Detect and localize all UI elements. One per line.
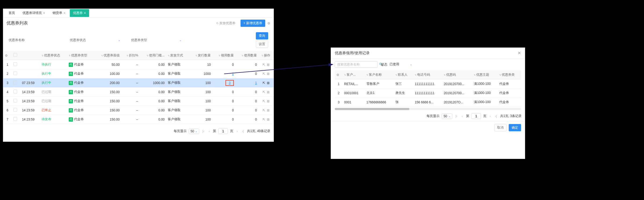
table-row[interactable]: 714 23:59待发布代代金券150.00--0.00客户领取10000⇱⊞ bbox=[3, 115, 274, 124]
share-icon[interactable]: ⇱ bbox=[263, 72, 265, 76]
settings-icon[interactable]: ⚙ bbox=[267, 21, 270, 25]
column-header[interactable]: ⇅联系人 bbox=[394, 70, 413, 79]
sort-icon[interactable]: ⇅ bbox=[261, 54, 263, 57]
column-header[interactable]: ⇅发行数量 bbox=[189, 51, 212, 60]
share-icon[interactable]: ⇱ bbox=[263, 63, 265, 67]
status-select[interactable]: 已使用 ⌄ bbox=[390, 62, 412, 67]
sort-icon[interactable]: ⇅ bbox=[195, 54, 197, 57]
last-page-button[interactable]: ›| bbox=[494, 114, 498, 119]
next-page-button[interactable]: › bbox=[489, 114, 492, 119]
column-header[interactable]: ⇅优惠主题 bbox=[472, 70, 498, 79]
sort-icon[interactable]: ⇅ bbox=[219, 54, 220, 57]
column-header[interactable]: ⚙ bbox=[3, 51, 12, 60]
close-icon[interactable]: ✕ bbox=[43, 12, 45, 14]
column-header[interactable] bbox=[12, 51, 20, 60]
column-header[interactable]: ⇅客户... bbox=[343, 70, 365, 79]
table-row[interactable]: 1待执行代代金券50.00--0.00客户领取1000⇱⊞ bbox=[3, 60, 274, 69]
next-page-button[interactable]: › bbox=[235, 129, 239, 134]
column-header[interactable]: ⇅优惠券面值 bbox=[94, 51, 121, 60]
last-page-button[interactable]: ›| bbox=[241, 129, 245, 134]
sort-icon[interactable]: ⇅ bbox=[474, 74, 476, 76]
page-input[interactable] bbox=[471, 113, 481, 119]
per-page-select[interactable]: 50⌄ bbox=[442, 114, 452, 119]
table-row[interactable]: 3000117666666666张156 6666 6...20191207O.… bbox=[335, 98, 521, 107]
first-page-button[interactable]: |‹ bbox=[201, 129, 205, 134]
filter-name-input[interactable] bbox=[27, 37, 59, 43]
column-header[interactable] bbox=[20, 51, 40, 60]
row-checkbox[interactable] bbox=[13, 108, 17, 112]
column-header[interactable]: ⇅优惠券状态 bbox=[40, 51, 67, 60]
tab-coupon[interactable]: 优惠券✕ bbox=[70, 9, 89, 17]
add-coupon-button[interactable]: + 新增优惠券 bbox=[241, 20, 265, 27]
sort-icon[interactable]: ⇅ bbox=[101, 54, 103, 57]
column-header[interactable]: ⇅操作 bbox=[259, 51, 274, 60]
gear-icon[interactable]: ⚙ bbox=[5, 54, 8, 57]
sort-icon[interactable]: ⇅ bbox=[168, 54, 170, 57]
sort-icon[interactable]: ⇅ bbox=[344, 74, 346, 76]
column-header[interactable]: ⇅领用数量 bbox=[212, 51, 235, 60]
column-header[interactable]: ⇅发放方式 bbox=[166, 51, 189, 60]
column-header[interactable]: ⇅折扣% bbox=[121, 51, 140, 60]
table-row[interactable]: 2执行中代代金券100.00--0.00客户领取100010⇱⊞ bbox=[3, 69, 274, 78]
qr-icon[interactable]: ⊞ bbox=[267, 63, 270, 67]
sort-icon[interactable]: ⇅ bbox=[366, 74, 368, 76]
claim-count-link[interactable]: 3 bbox=[225, 80, 234, 86]
table-row[interactable]: 307 23:59执行中代代金券200.00--1000.00客户领取10031… bbox=[3, 78, 274, 88]
table-row[interactable]: 514 23:59已过期代代金券150.00--0.00客户领取10000⇱⊞ bbox=[3, 97, 274, 106]
tab-sales-order[interactable]: 销货单✕ bbox=[49, 9, 69, 17]
column-header[interactable]: ⇅使用门槛... bbox=[140, 51, 166, 60]
horizontal-scrollbar[interactable] bbox=[335, 108, 521, 110]
cancel-button[interactable]: 取消 bbox=[494, 124, 507, 131]
table-row[interactable]: 200010001北京1唐先生111111111112019120700...满… bbox=[335, 89, 521, 98]
column-header[interactable]: ⇅电话号码 bbox=[413, 70, 442, 79]
tab-home[interactable]: 首页 bbox=[5, 9, 18, 17]
close-icon[interactable]: ✕ bbox=[518, 50, 521, 56]
table-row[interactable]: 414 23:59已过期代代金券150.00--0.00客户领取10000⇱⊞ bbox=[3, 88, 274, 97]
column-header[interactable]: ⚙ bbox=[335, 70, 343, 79]
column-header[interactable]: ⇅优惠券类 bbox=[498, 70, 521, 79]
sort-icon[interactable]: ⇅ bbox=[42, 54, 43, 57]
use-count-link[interactable]: 1 bbox=[255, 81, 257, 85]
sort-icon[interactable]: ⇅ bbox=[126, 54, 128, 57]
filter-status-select[interactable]: ⌄ bbox=[88, 39, 120, 42]
gear-icon[interactable]: ⚙ bbox=[336, 73, 339, 77]
qr-icon[interactable]: ⊞ bbox=[267, 72, 270, 76]
sort-icon[interactable]: ⇅ bbox=[395, 74, 397, 76]
sort-icon[interactable]: ⇅ bbox=[242, 54, 243, 57]
claim-count-link[interactable]: 1 bbox=[232, 72, 234, 76]
column-header[interactable]: ⇅使用数量 bbox=[235, 51, 259, 60]
table-row[interactable]: 1RETAIL...零散客户张三111111111112019120700...… bbox=[335, 79, 521, 89]
prev-page-button[interactable]: ‹ bbox=[208, 129, 211, 134]
confirm-button[interactable]: 确定 bbox=[509, 124, 521, 131]
close-icon[interactable]: ✕ bbox=[63, 12, 66, 14]
share-icon[interactable]: ⇱ bbox=[263, 81, 265, 85]
sort-icon[interactable]: ⇅ bbox=[444, 74, 446, 76]
query-button[interactable]: 查询 bbox=[256, 32, 268, 39]
prev-page-button[interactable]: ‹ bbox=[461, 114, 464, 119]
sort-icon[interactable]: ⇅ bbox=[415, 74, 417, 76]
row-checkbox[interactable] bbox=[13, 62, 17, 66]
column-header[interactable]: ⇅优惠码 bbox=[442, 70, 472, 79]
row-checkbox[interactable] bbox=[13, 81, 17, 84]
column-header[interactable]: ⇅优惠券类型 bbox=[67, 51, 94, 60]
distribute-button[interactable]: ⎋ 发放优惠券 bbox=[213, 20, 238, 27]
filter-type-select[interactable]: ⌄ bbox=[149, 39, 181, 42]
row-checkbox[interactable] bbox=[13, 99, 17, 103]
table-row[interactable]: 614 23:59已终止代代金券150.00--0.00客户领取10000⇱⊞ bbox=[3, 106, 274, 115]
qr-icon[interactable]: ⊞ bbox=[267, 81, 270, 85]
row-checkbox[interactable] bbox=[13, 117, 17, 121]
sort-icon[interactable]: ⇅ bbox=[147, 54, 148, 57]
sort-icon[interactable]: ⇅ bbox=[499, 74, 501, 76]
table-row[interactable]: 814 23:59待发布代代金券150.00--0.00客户领取10000⇱⊞ bbox=[3, 124, 274, 126]
search-input[interactable] bbox=[337, 63, 377, 66]
settings-button[interactable]: 设置 bbox=[256, 41, 268, 48]
tab-coupon-detail[interactable]: 优惠券详情页✕ bbox=[19, 9, 48, 17]
column-header[interactable]: ⇅客户名称 bbox=[365, 70, 394, 79]
select-all-checkbox[interactable] bbox=[13, 53, 17, 57]
sort-icon[interactable]: ⇅ bbox=[69, 54, 71, 57]
row-checkbox[interactable] bbox=[13, 90, 17, 93]
page-input[interactable] bbox=[218, 128, 228, 134]
row-checkbox[interactable] bbox=[13, 71, 17, 75]
per-page-select[interactable]: 50⌄ bbox=[189, 129, 199, 134]
close-icon[interactable]: ✕ bbox=[84, 12, 86, 14]
